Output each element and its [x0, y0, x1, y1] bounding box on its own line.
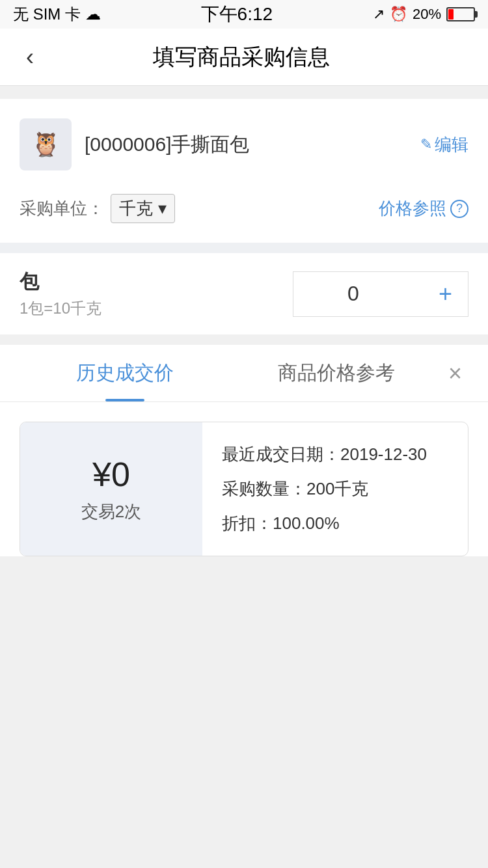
price-date-label: 最近成交日期： — [222, 444, 340, 464]
price-discount-value: 100.00% — [273, 513, 340, 533]
help-icon: ? — [450, 200, 468, 218]
location-icon: ↗ — [373, 6, 385, 23]
alarm-icon: ⏰ — [390, 6, 407, 23]
edit-label: 编辑 — [435, 133, 468, 156]
status-left: 无 SIM 卡 ☁ — [13, 4, 101, 25]
unit-value: 千克 — [119, 197, 153, 220]
modal-panel: 历史成交价 商品价格参考 × ¥0 交易2次 最近成交日期：2019-12-30… — [0, 345, 488, 556]
battery-percent: 20% — [413, 6, 441, 23]
dropdown-arrow-icon: ▾ — [158, 198, 167, 219]
price-qty-row: 采购数量：200千克 — [222, 476, 448, 502]
price-currency: ¥ — [92, 455, 111, 493]
product-unit-row: 采购单位： 千克 ▾ 价格参照 ? — [20, 194, 468, 223]
product-section: 🦉 [0000006]手撕面包 ✎ 编辑 采购单位： 千克 ▾ 价格参照 ? — [0, 99, 488, 243]
quantity-input-area: + — [115, 271, 468, 317]
unit-label: 采购单位： — [20, 197, 104, 220]
price-discount-label: 折扣： — [222, 513, 273, 533]
modal-tabs: 历史成交价 商品价格参考 × — [0, 345, 488, 402]
product-name-row: [0000006]手撕面包 ✎ 编辑 — [85, 131, 468, 158]
section-divider — [0, 243, 488, 253]
price-qty-value: 200千克 — [306, 479, 368, 498]
price-card: ¥0 交易2次 最近成交日期：2019-12-30 采购数量：200千克 折扣：… — [20, 422, 468, 556]
price-discount-row: 折扣：100.00% — [222, 511, 448, 536]
nav-bar: ‹ 填写商品采购信息 — [0, 29, 488, 86]
price-card-right: 最近成交日期：2019-12-30 采购数量：200千克 折扣：100.00% — [202, 422, 468, 556]
quantity-plus-button[interactable]: + — [423, 271, 468, 317]
signal-text: 无 SIM 卡 ☁ — [13, 4, 101, 25]
tab-product-price-ref-label: 商品价格参考 — [278, 360, 395, 387]
status-right: ↗ ⏰ 20% — [373, 6, 475, 23]
price-amount: ¥0 — [92, 455, 130, 494]
quantity-unit-desc: 1包=10千克 — [20, 298, 102, 319]
page-title: 填写商品采购信息 — [47, 42, 436, 72]
price-date-value: 2019-12-30 — [340, 444, 427, 464]
price-qty-label: 采购数量： — [222, 479, 306, 498]
price-value: 0 — [111, 455, 130, 493]
product-name: [0000006]手撕面包 — [85, 131, 249, 158]
price-trade-count: 交易2次 — [81, 500, 141, 523]
product-header: 🦉 [0000006]手撕面包 ✎ 编辑 — [20, 118, 468, 170]
status-time: 下午6:12 — [201, 2, 273, 27]
back-button[interactable]: ‹ — [20, 37, 40, 77]
tab-history-price[interactable]: 历史成交价 — [20, 345, 230, 401]
quantity-row: 包 1包=10千克 + — [0, 253, 488, 334]
price-ref-button[interactable]: 价格参照 ? — [379, 197, 468, 220]
quantity-unit-info: 包 1包=10千克 — [20, 269, 102, 319]
price-card-left: ¥0 交易2次 — [20, 422, 202, 556]
status-bar: 无 SIM 卡 ☁ 下午6:12 ↗ ⏰ 20% — [0, 0, 488, 29]
product-logo-icon: 🦉 — [31, 131, 61, 158]
product-thumbnail: 🦉 — [20, 118, 72, 170]
tab-history-price-label: 历史成交价 — [76, 360, 174, 387]
unit-select[interactable]: 千克 ▾ — [111, 194, 175, 223]
modal-close-button[interactable]: × — [442, 353, 468, 394]
price-date-row: 最近成交日期：2019-12-30 — [222, 442, 448, 467]
edit-button[interactable]: ✎ 编辑 — [420, 133, 468, 156]
edit-icon: ✎ — [420, 136, 432, 153]
battery-icon — [446, 7, 475, 21]
product-info: [0000006]手撕面包 ✎ 编辑 — [85, 131, 468, 158]
quantity-unit-char: 包 — [20, 269, 102, 295]
quantity-input[interactable] — [293, 271, 423, 317]
tab-active-underline — [105, 399, 144, 401]
tab-product-price-ref[interactable]: 商品价格参考 — [230, 345, 441, 401]
price-ref-label: 价格参照 — [379, 197, 446, 220]
